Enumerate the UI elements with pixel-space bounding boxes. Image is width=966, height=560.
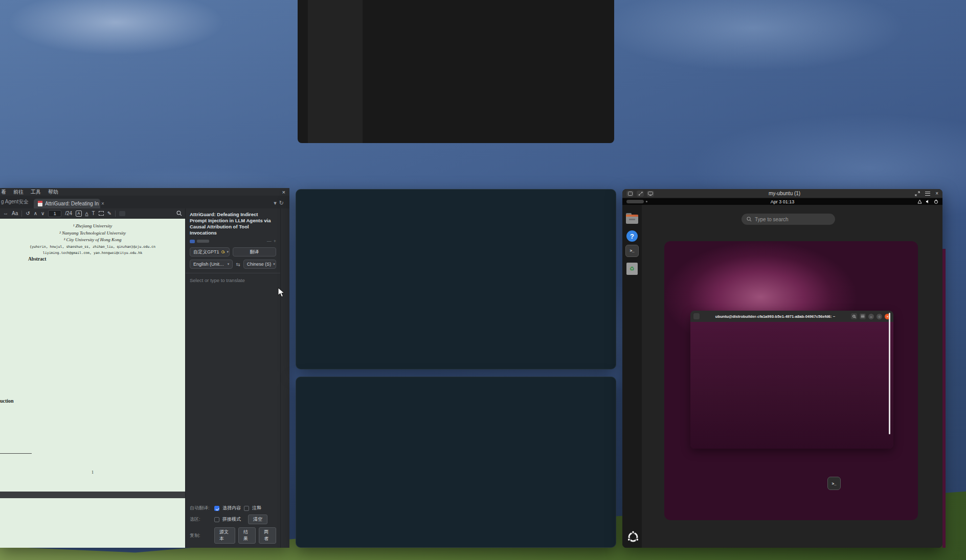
- minimize-icon[interactable]: –: [868, 314, 874, 319]
- vm-viewer-window[interactable]: my-ubuntu (1) × Apr 3 01:13 ? >_ ♻ Type …: [622, 189, 942, 548]
- clear-button[interactable]: 清空: [248, 515, 267, 524]
- source-language-select[interactable]: English (United States) ▾: [190, 260, 233, 269]
- page-number-input[interactable]: [48, 210, 61, 217]
- top-terminal-sidebar: [308, 0, 363, 143]
- selection-label: 选区:: [190, 516, 211, 523]
- tab-close-icon[interactable]: ×: [101, 201, 104, 206]
- target-language-select[interactable]: Chinese (S) ▾: [243, 260, 276, 269]
- chevron-down-icon: ▾: [227, 250, 229, 254]
- terminal-app-icon[interactable]: >_: [625, 244, 639, 258]
- translate-panel: AttriGuard: Defeating Indirect Prompt In…: [185, 208, 280, 548]
- network-icon: [917, 199, 922, 204]
- page2-left-column: [0, 531, 77, 548]
- chevron-down-icon[interactable]: ▾: [274, 200, 277, 206]
- copy-both-button[interactable]: 两者: [259, 527, 276, 544]
- search-icon[interactable]: [176, 211, 182, 216]
- pdf-menubar: 看 前往 工具 帮助 ×: [0, 188, 289, 196]
- concat-mode-checkbox[interactable]: [214, 517, 219, 522]
- menu-help[interactable]: 帮助: [48, 189, 58, 196]
- service-icon: [190, 240, 195, 243]
- intro-heading: uction: [0, 398, 14, 404]
- translate-button[interactable]: 翻译: [233, 247, 277, 256]
- workspace-preview[interactable]: ubuntu@distrobuilder-cfa1a993-b5e1-4971-…: [664, 241, 918, 520]
- pdf-page-1: ¹ Zhejiang University ² Nanyang Technolo…: [0, 219, 185, 492]
- footnotes: [0, 455, 77, 466]
- tab-agent-security[interactable]: g Agent安全: [0, 196, 34, 208]
- terminal-window-badge-icon: >_: [827, 477, 841, 490]
- page-up-icon[interactable]: ∧: [34, 211, 37, 216]
- refresh-icon[interactable]: ↻: [279, 200, 284, 206]
- files-icon[interactable]: [625, 212, 639, 226]
- menu-icon[interactable]: [925, 192, 930, 196]
- copy-source-button[interactable]: 源文本: [214, 527, 235, 544]
- top-terminal-window[interactable]: [298, 0, 614, 143]
- select-area-icon[interactable]: [99, 211, 104, 216]
- auto-translate-label: 自动翻译:: [190, 505, 211, 511]
- pdf-reader-window[interactable]: 看 前往 工具 帮助 × g Agent安全 AttriGuard: Defea…: [0, 188, 289, 548]
- guest-clock[interactable]: Apr 3 01:13: [647, 199, 917, 204]
- menu-tools[interactable]: 工具: [31, 189, 41, 196]
- ubuntu-logo-icon[interactable]: [626, 530, 640, 544]
- new-tab-icon[interactable]: [693, 313, 700, 319]
- right-column-para2: [87, 341, 185, 469]
- help-icon[interactable]: ?: [625, 229, 639, 243]
- paper-affiliations: ¹ Zhejiang University ² Nanyang Technolo…: [0, 223, 185, 256]
- menu-icon[interactable]: [860, 313, 866, 319]
- terminal-pane-incus-list[interactable]: [296, 377, 616, 548]
- vm-titlebar: my-ubuntu (1) ×: [622, 189, 942, 198]
- page-down-icon[interactable]: ∨: [41, 211, 44, 216]
- close-icon[interactable]: ×: [282, 189, 285, 195]
- mouse-cursor: [278, 287, 286, 300]
- side-icon-strip: [280, 208, 289, 548]
- vm-window-title: my-ubuntu (1): [657, 191, 912, 196]
- color-swatch-icon[interactable]: [119, 211, 125, 216]
- guest-search-bar[interactable]: Type to search: [742, 214, 835, 225]
- undo-icon[interactable]: ↺: [26, 211, 30, 216]
- pen-icon[interactable]: ✎: [107, 211, 111, 216]
- guest-desktop[interactable]: ? >_ ♻ Type to search ubuntu@distrobuild…: [622, 205, 942, 548]
- maximize-icon[interactable]: ○: [877, 314, 882, 319]
- tab-attriguard[interactable]: AttriGuard: Defeating In ×: [34, 199, 100, 208]
- chevron-down-icon: ▾: [228, 262, 230, 266]
- send-key-icon[interactable]: [626, 191, 634, 197]
- engine-select[interactable]: 自定义GPT1 ▾: [190, 247, 230, 256]
- text-tool-icon[interactable]: T: [92, 211, 95, 216]
- truncated-row: —+: [190, 238, 276, 244]
- menu-view[interactable]: 看: [1, 189, 6, 196]
- fit-width-icon[interactable]: ⇔: [3, 211, 8, 216]
- notes-label: 注释: [252, 505, 261, 511]
- underline-icon[interactable]: A: [85, 211, 88, 216]
- abstract-heading: Abstract: [28, 256, 46, 262]
- workspace-pill[interactable]: [626, 200, 644, 203]
- trash-icon[interactable]: ♻: [625, 262, 639, 276]
- pdf-tabbar: g Agent安全 AttriGuard: Defeating In × ▾ ↻: [0, 196, 289, 208]
- fullscreen-icon[interactable]: [915, 191, 920, 196]
- usb-icon[interactable]: [637, 191, 644, 197]
- select-content-checkbox[interactable]: [214, 506, 219, 511]
- page-number: 1: [0, 470, 185, 475]
- volume-icon: [926, 199, 930, 204]
- pdf-page-2: [0, 498, 185, 548]
- scrollbar[interactable]: [889, 313, 890, 434]
- font-size-icon[interactable]: Aa: [12, 211, 18, 216]
- display-icon[interactable]: [647, 191, 654, 197]
- copy-result-button[interactable]: 结果: [238, 527, 256, 544]
- search-icon[interactable]: [851, 313, 857, 319]
- page-total: /24: [65, 211, 72, 216]
- terminal-pane-install[interactable]: [296, 189, 616, 369]
- guest-terminal-preview[interactable]: ubuntu@distrobuilder-cfa1a993-b5e1-4971-…: [690, 311, 893, 449]
- swap-languages-icon[interactable]: ⇆: [236, 262, 240, 267]
- copy-label: 复制:: [190, 532, 211, 539]
- translate-input-placeholder[interactable]: Select or type to translate: [190, 277, 276, 283]
- close-icon[interactable]: ×: [935, 191, 938, 196]
- highlight-icon[interactable]: A: [76, 211, 81, 217]
- concat-mode-label: 拼接模式: [222, 516, 241, 523]
- guest-top-bar: Apr 3 01:13: [622, 198, 942, 205]
- power-icon: [934, 199, 938, 204]
- notes-checkbox[interactable]: [244, 506, 249, 511]
- intro-column: [0, 410, 77, 453]
- menu-goto[interactable]: 前往: [13, 189, 24, 196]
- guest-terminal-body[interactable]: [690, 322, 893, 449]
- footnote-rule: [0, 453, 32, 454]
- pdf-page-area[interactable]: ¹ Zhejiang University ² Nanyang Technolo…: [0, 219, 185, 548]
